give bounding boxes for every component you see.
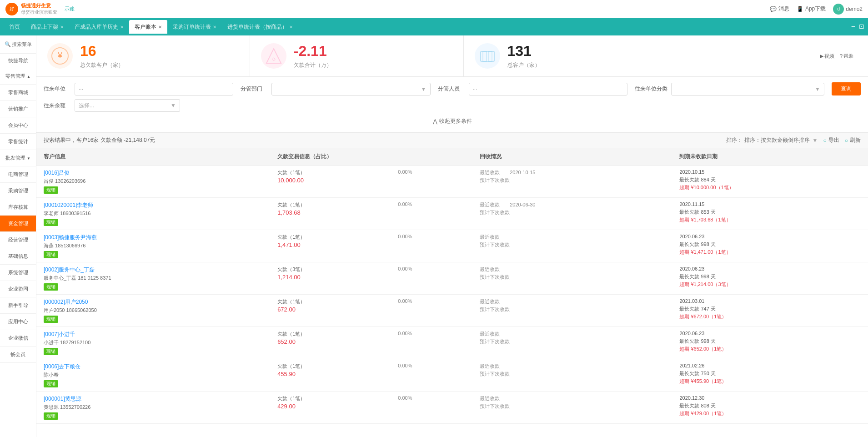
maximize-tab-btn[interactable]: ⊡ (859, 23, 864, 31)
sidebar-item-retail-shop[interactable]: 零售商城 (0, 85, 36, 101)
customer-name-3[interactable]: [0002]服务中心_丁磊 (44, 266, 263, 274)
top-bar-left: 好 畅捷通好生意 母婴行业演示账套 示账 (5, 2, 75, 15)
video-btn[interactable]: ▶ 视频 (820, 53, 834, 60)
customer-phone-7: 黄思源 13552700226 (44, 404, 263, 411)
sidebar-item-ecommerce[interactable]: 电商管理 (0, 166, 36, 183)
overdue-amount-3[interactable]: 超期 ¥1,214.00（3笔） (679, 281, 861, 288)
overdue-amount-6[interactable]: 超期 ¥455.90（1笔） (679, 378, 861, 385)
debt-percent-0: 0.00% (398, 169, 465, 175)
manager-dots: ··· (473, 86, 477, 92)
customer-name-5[interactable]: [0007]小进千 (44, 331, 263, 338)
app-download-btn[interactable]: 📱 App下载 (797, 5, 826, 13)
user-avatar[interactable]: d demo2 (833, 4, 863, 15)
refresh-btn[interactable]: ○ 刷新 (845, 136, 861, 144)
close-tab-purchase-order[interactable]: ✕ (213, 25, 216, 30)
close-tab-products-history[interactable]: ✕ (120, 25, 124, 30)
table-row: [000001]黄思源 黄思源 13552700226 现销 欠款（1笔） 42… (36, 392, 868, 424)
sidebar-item-enterprise[interactable]: 企业协同 (0, 281, 36, 297)
customer-phone-6: 陈小希 (44, 372, 263, 378)
cell-customer-info-1: [0001020001]李老师 李老师 18600391516 现销 (36, 198, 270, 230)
stat-actions: ▶ 视频 ? 帮助 (547, 47, 858, 65)
sidebar-item-guide[interactable]: 新手引导 (0, 297, 36, 314)
debt-amount-3[interactable]: 1,214.00 (277, 274, 383, 281)
customer-name-7[interactable]: [000001]黄思源 (44, 395, 263, 403)
tab-customer-account[interactable]: 客户账本 ✕ (129, 20, 167, 34)
sidebar-item-batch[interactable]: 批发管理 ▼ (0, 150, 36, 166)
tab-products-off[interactable]: 商品上下架 ✕ (25, 20, 69, 34)
help-btn[interactable]: ? 帮助 (840, 53, 853, 60)
search-btn[interactable]: 查询 (832, 82, 861, 95)
tab-purchase-stat[interactable]: 进货单统计表（按商品） ✕ (222, 20, 298, 34)
customer-name-2[interactable]: [0003]畅捷服务尹海燕 (44, 234, 263, 241)
message-btn[interactable]: 💬 消息 (770, 5, 789, 13)
tab-purchase-order[interactable]: 采购订单统计表 ✕ (167, 20, 222, 34)
sidebar-item-purchase[interactable]: 采购管理 (0, 183, 36, 199)
customer-name-4[interactable]: [000002]用户2050 (44, 298, 263, 306)
debt-amount-0[interactable]: 10,000.00 (277, 177, 383, 184)
sidebar-item-retail[interactable]: 零售管理 ▲ (0, 68, 36, 85)
sidebar-item-member-plus[interactable]: 畅会员 (0, 347, 36, 363)
sidebar-item-system[interactable]: 系统管理 (0, 265, 36, 281)
sidebar-item-wechat[interactable]: 企业微信 (0, 330, 36, 347)
overdue-amount-1[interactable]: 超期 ¥1,703.68（1笔） (679, 216, 861, 223)
sidebar-item-finance[interactable]: 资金管理 (0, 216, 36, 232)
latest-payment-0: 最近收款 2020-10-15 (480, 169, 665, 176)
content-area: ¥ 16 总欠款客户（家） ◇ -2.11 欠款合计（万） (36, 35, 868, 437)
sidebar-item-marketing[interactable]: 营销推广 (0, 101, 36, 117)
latest-payment-7: 最近收款 (480, 395, 665, 402)
export-btn[interactable]: ○ 导出 (823, 136, 839, 144)
cell-debt-percent-4: 0.00% (391, 295, 472, 327)
tab-home[interactable]: 首页 (4, 20, 25, 34)
quick-nav-btn[interactable]: 快捷导航 (0, 54, 36, 68)
demo-link[interactable]: 示账 (65, 5, 75, 12)
sidebar-item-member[interactable]: 会员中心 (0, 117, 36, 134)
sidebar-item-inventory[interactable]: 库存核算 (0, 199, 36, 216)
debt-amount-2[interactable]: 1,471.00 (277, 241, 383, 248)
sidebar-item-retail-stats[interactable]: 零售统计 (0, 134, 36, 150)
sidebar-item-operations[interactable]: 经营管理 (0, 232, 36, 248)
overdue-amount-0[interactable]: 超期 ¥10,000.00（1笔） (679, 184, 861, 191)
dept-label: 分管部门 (241, 85, 268, 93)
manager-input[interactable]: ··· (469, 83, 627, 95)
balance-label: 往来余额 (44, 102, 71, 110)
customer-tag-3: 现销 (44, 283, 58, 291)
debt-percent-1: 0.00% (398, 201, 465, 207)
filter-balance: 往来余额 选择... ▼ (44, 99, 180, 112)
balance-select[interactable]: 选择... ▼ (75, 99, 180, 112)
customer-name-0[interactable]: [0016]吕俊 (44, 169, 263, 177)
customer-name-6[interactable]: [0006]去下粮仓 (44, 363, 263, 371)
cell-customer-info-2: [0003]畅捷服务尹海燕 海燕 18513066976 现销 (36, 230, 270, 262)
overdue-amount-5[interactable]: 超期 ¥652.00（1笔） (679, 346, 861, 352)
overdue-date-1: 2020.11.15 (679, 201, 861, 207)
close-tab-customer-account[interactable]: ✕ (158, 25, 162, 30)
origin-unit-input[interactable]: ··· (75, 83, 233, 95)
overdue-date-2: 2020.06.23 (679, 234, 861, 239)
close-tab-products-off[interactable]: ✕ (60, 25, 64, 30)
dept-select[interactable]: ▼ (271, 83, 430, 95)
overdue-amount-7[interactable]: 超期 ¥429.00（1笔） (679, 410, 861, 417)
overdue-amount-2[interactable]: 超期 ¥1,471.00（1笔） (679, 249, 861, 256)
debt-count-6: 欠款（1笔） (277, 363, 383, 370)
close-tab-purchase-stat[interactable]: ✕ (289, 25, 293, 30)
unit-category-select[interactable]: ▼ (671, 83, 824, 95)
debt-amount-5[interactable]: 652.00 (277, 338, 383, 345)
search-menu-btn[interactable]: 🔍 搜索菜单 (2, 39, 34, 50)
cell-customer-info-4: [000002]用户2050 用户2050 18665062050 现销 (36, 295, 270, 327)
search-icon: 🔍 (5, 41, 11, 47)
overdue-amount-4[interactable]: 超期 ¥672.00（1笔） (679, 313, 861, 320)
table-row: [0002]服务中心_丁磊 服务中心_丁磊 181 0125 8371 现销 欠… (36, 262, 868, 295)
cell-customer-info-7: [000001]黄思源 黄思源 13552700226 现销 (36, 392, 270, 424)
sidebar-item-basic-info[interactable]: 基础信息 (0, 248, 36, 265)
minimize-tab-btn[interactable]: − (851, 23, 855, 31)
filter-origin-unit: 往来单位 ··· (44, 83, 233, 95)
sidebar-item-app-center[interactable]: 应用中心 (0, 314, 36, 330)
collapse-btn[interactable]: ⋀ 收起更多条件 (44, 116, 861, 127)
debt-amount-7[interactable]: 429.00 (277, 403, 383, 410)
tab-products-history[interactable]: 产成品入库单历史 ✕ (69, 20, 129, 34)
debt-amount-6[interactable]: 455.90 (277, 371, 383, 377)
debt-amount-4[interactable]: 672.00 (277, 306, 383, 313)
customer-name-1[interactable]: [0001020001]李老师 (44, 201, 263, 209)
sort-select[interactable]: 排序： 排序：按欠款金额倒序排序 ▼ (726, 136, 818, 144)
customer-phone-5: 小进千 18279152100 (44, 339, 263, 346)
debt-amount-1[interactable]: 1,703.68 (277, 209, 383, 216)
